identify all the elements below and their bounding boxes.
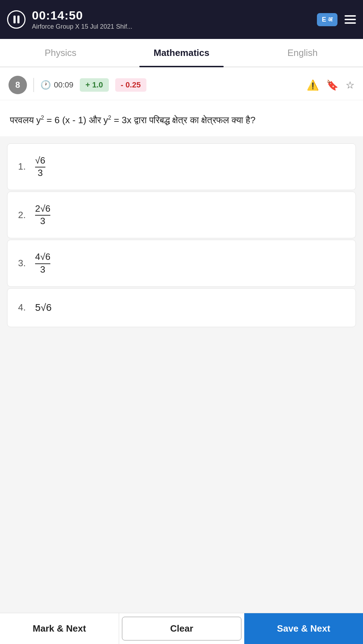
- bookmark-icon[interactable]: 🔖: [326, 79, 339, 91]
- tab-mathematics[interactable]: Mathematics: [121, 39, 242, 67]
- option-1-number: 1.: [18, 161, 29, 172]
- option-4-content: 5√6: [35, 302, 52, 313]
- option-4-number: 4.: [18, 302, 29, 313]
- tab-physics[interactable]: Physics: [0, 39, 121, 67]
- star-icon[interactable]: ☆: [346, 79, 354, 91]
- subject-tabs: Physics Mathematics English: [0, 39, 363, 67]
- tab-english[interactable]: English: [242, 39, 363, 67]
- option-4[interactable]: 4. 5√6: [7, 288, 356, 327]
- meta-action-icons: ⚠️ 🔖 ☆: [307, 79, 354, 91]
- option-3-number: 3.: [18, 258, 29, 269]
- header-right: E अ: [317, 13, 356, 26]
- mark-next-button[interactable]: Mark & Next: [0, 613, 119, 644]
- question-meta-bar: 8 🕐 00:09 + 1.0 - 0.25 ⚠️ 🔖 ☆: [0, 67, 363, 100]
- option-1[interactable]: 1. √6 3: [7, 143, 356, 190]
- pause-button[interactable]: [7, 10, 26, 29]
- question-text: परवलय y2 = 6 (x - 1) और y2 = 3x द्वारा प…: [10, 115, 256, 125]
- question-body: परवलय y2 = 6 (x - 1) और y2 = 3x द्वारा प…: [0, 100, 363, 136]
- pause-icon: [13, 16, 19, 23]
- warning-icon[interactable]: ⚠️: [307, 79, 319, 91]
- bottom-action-bar: Mark & Next Clear Save & Next: [0, 613, 363, 644]
- exam-title: Airforce Group X 15 Jul 2021 Shif...: [32, 23, 317, 30]
- option-3[interactable]: 3. 4√6 3: [7, 240, 356, 286]
- menu-button[interactable]: [345, 15, 356, 24]
- option-2-content: 2√6 3: [35, 203, 50, 227]
- option-1-content: √6 3: [35, 155, 45, 178]
- question-number: 8: [9, 76, 27, 94]
- option-3-content: 4√6 3: [35, 251, 50, 275]
- language-toggle[interactable]: E अ: [317, 13, 337, 26]
- meta-divider: [33, 78, 34, 92]
- question-timer: 🕐 00:09: [40, 80, 73, 90]
- clock-icon: 🕐: [40, 80, 51, 90]
- options-list: 1. √6 3 2. 2√6 3 3. 4√6 3 4. 5√6: [0, 136, 363, 334]
- option-2[interactable]: 2. 2√6 3: [7, 192, 356, 238]
- score-positive: + 1.0: [80, 78, 109, 92]
- save-next-button[interactable]: Save & Next: [244, 613, 363, 644]
- app-header: 00:14:50 Airforce Group X 15 Jul 2021 Sh…: [0, 0, 363, 39]
- option-2-number: 2.: [18, 210, 29, 221]
- timer-display: 00:14:50: [32, 8, 317, 22]
- header-text: 00:14:50 Airforce Group X 15 Jul 2021 Sh…: [32, 8, 317, 30]
- score-negative: - 0.25: [115, 78, 146, 92]
- clear-button[interactable]: Clear: [122, 617, 241, 640]
